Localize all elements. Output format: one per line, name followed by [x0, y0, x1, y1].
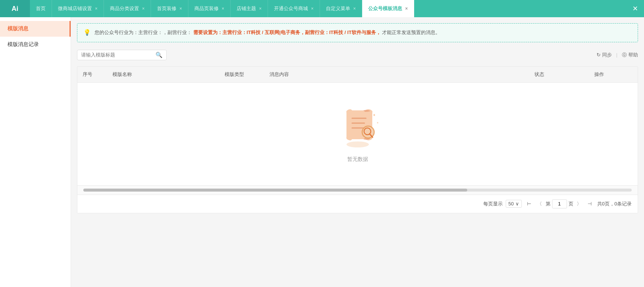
- pagination: 每页显示 50 ∨ ⊢ 〈 第 页 〉 ⊣ 共0页，0条记录: [77, 195, 638, 213]
- nav-tabs: 首页微商城店铺设置×商品分类设置×首页装修×商品页装修×店铺主题×开通公众号商城…: [30, 0, 626, 17]
- table-header: 序号 模版名称 模版类型 消息内容 状态 操作: [77, 67, 638, 83]
- nav-tab-category-settings[interactable]: 商品分类设置×: [104, 0, 151, 17]
- search-input-wrapper: 🔍: [77, 50, 167, 60]
- nav-tab-store-theme[interactable]: 店铺主题×: [231, 0, 268, 17]
- page-size-dropdown-icon: ∨: [515, 201, 519, 207]
- sync-button[interactable]: ↻ 同步: [597, 52, 612, 58]
- prev-page-button[interactable]: 〈: [535, 199, 544, 208]
- nav-tab-close-template-msg[interactable]: ×: [405, 6, 408, 11]
- top-nav: Ai 首页微商城店铺设置×商品分类设置×首页装修×商品页装修×店铺主题×开通公众…: [0, 0, 644, 17]
- col-action-header: 操作: [589, 67, 638, 82]
- help-icon: ⓪: [622, 52, 627, 58]
- sidebar-item-template-msg[interactable]: 模版消息: [0, 21, 71, 37]
- page-size-label: 每页显示: [483, 201, 503, 207]
- col-index-header: 序号: [77, 67, 107, 82]
- nav-tab-template-msg[interactable]: 公众号模板消息×: [362, 0, 414, 17]
- nav-tab-close-open-mall[interactable]: ×: [311, 6, 314, 11]
- nav-tab-product-decor[interactable]: 商品页装修×: [188, 0, 231, 17]
- alert-highlight: 需要设置为：主营行业：IT科技 / 互联网|电子商务，副营行业：IT科技 / I…: [193, 30, 381, 35]
- empty-icon: ✦ ✦: [335, 105, 380, 150]
- alert-icon: 💡: [83, 29, 91, 36]
- nav-tab-home-decor[interactable]: 首页装修×: [151, 0, 188, 17]
- nav-tab-open-mall[interactable]: 开通公众号商城×: [268, 0, 320, 17]
- search-input[interactable]: [81, 52, 155, 58]
- nav-tab-shop-settings[interactable]: 微商城店铺设置×: [52, 0, 104, 17]
- alert-prefix: 您的公众号行业为：主营行业：，副营行业：: [95, 30, 192, 35]
- close-all-button[interactable]: ✕: [626, 0, 644, 17]
- content-area: 💡 您的公众号行业为：主营行业：，副营行业： 需要设置为：主营行业：IT科技 /…: [71, 17, 644, 287]
- page-size-select[interactable]: 50 ∨: [506, 200, 521, 208]
- search-icon[interactable]: 🔍: [155, 52, 163, 58]
- last-page-button[interactable]: ⊣: [585, 199, 594, 208]
- search-bar: 🔍 ↻ 同步 | ⓪ 帮助: [77, 50, 638, 60]
- nav-tab-close-shop-settings[interactable]: ×: [95, 6, 98, 11]
- scroll-thumb[interactable]: [83, 189, 467, 192]
- next-page-button[interactable]: 〉: [575, 199, 584, 208]
- col-name-header: 模版名称: [107, 67, 219, 82]
- search-actions: ↻ 同步 | ⓪ 帮助: [597, 52, 638, 58]
- page-unit: 页: [568, 201, 573, 207]
- svg-point-0: [346, 141, 369, 147]
- nav-tab-close-product-decor[interactable]: ×: [222, 6, 224, 11]
- brand-logo: Ai: [0, 0, 30, 17]
- nav-tab-close-category-settings[interactable]: ×: [142, 6, 145, 11]
- col-type-header: 模版类型: [219, 67, 264, 82]
- main-layout: 模版消息模版消息记录 💡 您的公众号行业为：主营行业：，副营行业： 需要设置为：…: [0, 17, 644, 287]
- sync-icon: ↻: [597, 52, 601, 58]
- page-size-value: 50: [508, 201, 514, 207]
- first-page-button[interactable]: ⊢: [525, 199, 534, 208]
- nav-tab-home[interactable]: 首页: [30, 0, 52, 17]
- nav-tab-custom-menu[interactable]: 自定义菜单×: [320, 0, 362, 17]
- page-number-input[interactable]: [552, 199, 567, 208]
- nav-tab-close-store-theme[interactable]: ×: [259, 6, 262, 11]
- help-button[interactable]: ⓪ 帮助: [622, 52, 638, 58]
- nav-tab-close-home-decor[interactable]: ×: [179, 6, 182, 11]
- col-content-header: 消息内容: [264, 67, 529, 82]
- alert-box: 💡 您的公众号行业为：主营行业：，副营行业： 需要设置为：主营行业：IT科技 /…: [77, 23, 638, 42]
- scroll-track[interactable]: [83, 189, 632, 192]
- page-total: 共0页，0条记录: [597, 201, 632, 207]
- alert-text: 您的公众号行业为：主营行业：，副营行业： 需要设置为：主营行业：IT科技 / 互…: [95, 29, 440, 37]
- col-status-header: 状态: [529, 67, 589, 82]
- sync-label: 同步: [602, 52, 612, 58]
- svg-text:✦: ✦: [376, 121, 379, 125]
- alert-suffix: 才能正常发送预置的消息。: [382, 30, 440, 35]
- empty-text: 暂无数据: [347, 156, 368, 163]
- empty-state: ✦ ✦ 暂无数据: [77, 83, 638, 185]
- svg-text:✦: ✦: [373, 113, 376, 117]
- data-table: 序号 模版名称 模版类型 消息内容 状态 操作: [77, 66, 638, 213]
- nav-tab-close-custom-menu[interactable]: ×: [353, 6, 356, 11]
- sidebar: 模版消息模版消息记录: [0, 17, 71, 287]
- divider: |: [616, 52, 617, 58]
- page-nav: ⊢ 〈 第 页 〉 ⊣: [525, 199, 594, 208]
- scroll-bar-wrapper: [77, 185, 638, 195]
- help-label: 帮助: [628, 52, 638, 58]
- current-page-label: 第: [546, 201, 551, 207]
- sidebar-item-template-msg-record[interactable]: 模版消息记录: [0, 37, 71, 52]
